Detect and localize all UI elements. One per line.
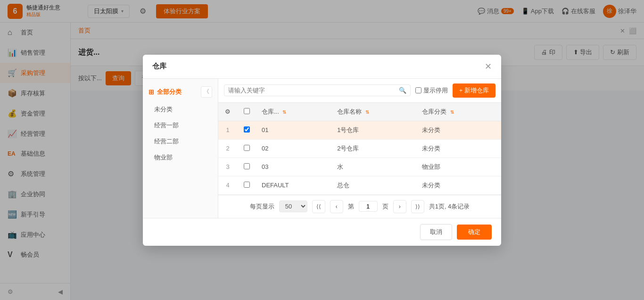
pagination-bar: 每页显示 50 10 20 100 ⟨⟨ ‹ 第 页 › ⟩⟩ 共1页, 4条记…: [218, 195, 501, 218]
row-name: 水: [331, 158, 416, 176]
modal-footer: 取消 确定: [143, 218, 501, 246]
warehouse-table: ⚙ 仓库... ⇅ 仓库名称 ⇅ 仓库分类 ⇅ 1 01 1号仓库 未分类 2: [218, 103, 501, 195]
category-item-property[interactable]: 物业部: [143, 150, 218, 166]
sort-icon-category: ⇅: [450, 109, 454, 115]
category-panel: ⊞ 全部分类 《 未分类 经营一部 经营二部 物业部: [143, 79, 218, 218]
search-icon: 🔍: [399, 87, 406, 94]
row-code: 01: [256, 121, 331, 139]
row-num: 1: [218, 121, 237, 139]
row-num: 4: [218, 176, 237, 194]
modal-close-button[interactable]: ✕: [485, 61, 492, 72]
row-code: 02: [256, 139, 331, 158]
sort-icon-name: ⇅: [365, 109, 369, 115]
all-category-title[interactable]: ⊞ 全部分类: [149, 88, 182, 96]
category-item-unclassified[interactable]: 未分类: [143, 101, 218, 117]
page-number-input[interactable]: [359, 201, 378, 212]
row-code: DEFAULT: [256, 176, 331, 194]
modal-body: ⊞ 全部分类 《 未分类 经营一部 经营二部 物业部 🔍: [143, 79, 501, 218]
page-label: 第: [348, 202, 354, 211]
th-checkbox: [237, 103, 256, 121]
th-category[interactable]: 仓库分类 ⇅: [416, 103, 501, 121]
row-category: 未分类: [416, 176, 501, 194]
row-checkbox[interactable]: [237, 176, 256, 194]
data-table: ⚙ 仓库... ⇅ 仓库名称 ⇅ 仓库分类 ⇅ 1 01 1号仓库 未分类 2: [218, 103, 501, 195]
row-category: 物业部: [416, 158, 501, 176]
category-item-ops1[interactable]: 经营一部: [143, 117, 218, 133]
total-label: 共1页, 4条记录: [429, 202, 470, 211]
table-body: 1 01 1号仓库 未分类 2 02 2号仓库 未分类 3 03 水 物业部 4…: [218, 121, 501, 194]
search-wrap: 🔍: [224, 84, 411, 96]
category-header: ⊞ 全部分类 《: [143, 83, 218, 101]
table-header-row: ⚙ 仓库... ⇅ 仓库名称 ⇅ 仓库分类 ⇅: [218, 103, 501, 121]
table-area: 🔍 显示停用 + 新增仓库 ⚙: [218, 79, 501, 218]
next-page-button[interactable]: ›: [393, 200, 406, 213]
modal-overlay: 仓库 ✕ ⊞ 全部分类 《 未分类 经营一部 经营二部 物业部: [0, 0, 644, 300]
page-unit: 页: [382, 202, 388, 211]
select-all-checkbox[interactable]: [244, 108, 250, 114]
row-name: 1号仓库: [331, 121, 416, 139]
th-settings: ⚙: [218, 103, 237, 121]
row-code: 03: [256, 158, 331, 176]
row-checkbox[interactable]: [237, 158, 256, 176]
modal-header: 仓库 ✕: [143, 55, 501, 79]
th-code[interactable]: 仓库... ⇅: [256, 103, 331, 121]
category-collapse-button[interactable]: 《: [201, 86, 212, 98]
first-page-button[interactable]: ⟨⟨: [312, 200, 325, 213]
last-page-button[interactable]: ⟩⟩: [411, 200, 424, 213]
row-num: 3: [218, 158, 237, 176]
per-page-select[interactable]: 50 10 20 100: [279, 200, 307, 212]
row-num: 2: [218, 139, 237, 158]
modal-title: 仓库: [152, 62, 166, 71]
row-checkbox[interactable]: [237, 121, 256, 139]
confirm-button[interactable]: 确定: [457, 225, 492, 240]
grid-icon: ⊞: [149, 88, 154, 96]
row-category: 未分类: [416, 121, 501, 139]
sort-icon-code: ⇅: [282, 109, 286, 115]
row-checkbox[interactable]: [237, 139, 256, 158]
add-warehouse-button[interactable]: + 新增仓库: [453, 83, 495, 98]
prev-page-button[interactable]: ‹: [330, 200, 343, 213]
row-category: 未分类: [416, 139, 501, 158]
warehouse-modal: 仓库 ✕ ⊞ 全部分类 《 未分类 经营一部 经营二部 物业部: [143, 55, 501, 246]
row-name: 总仓: [331, 176, 416, 194]
category-item-ops2[interactable]: 经营二部: [143, 133, 218, 150]
row-name: 2号仓库: [331, 139, 416, 158]
table-row[interactable]: 3 03 水 物业部: [218, 158, 501, 176]
table-row[interactable]: 1 01 1号仓库 未分类: [218, 121, 501, 139]
show-disabled-checkbox[interactable]: [415, 87, 421, 93]
show-disabled-wrap: 显示停用: [415, 86, 448, 95]
th-name[interactable]: 仓库名称 ⇅: [331, 103, 416, 121]
cancel-button[interactable]: 取消: [420, 224, 452, 240]
all-category-label: 全部分类: [157, 88, 182, 96]
per-page-label: 每页显示: [250, 202, 274, 211]
search-input[interactable]: [228, 87, 396, 94]
show-disabled-label: 显示停用: [423, 86, 448, 95]
table-toolbar: 🔍 显示停用 + 新增仓库: [218, 79, 501, 103]
table-row[interactable]: 4 DEFAULT 总仓 未分类: [218, 176, 501, 194]
table-row[interactable]: 2 02 2号仓库 未分类: [218, 139, 501, 158]
